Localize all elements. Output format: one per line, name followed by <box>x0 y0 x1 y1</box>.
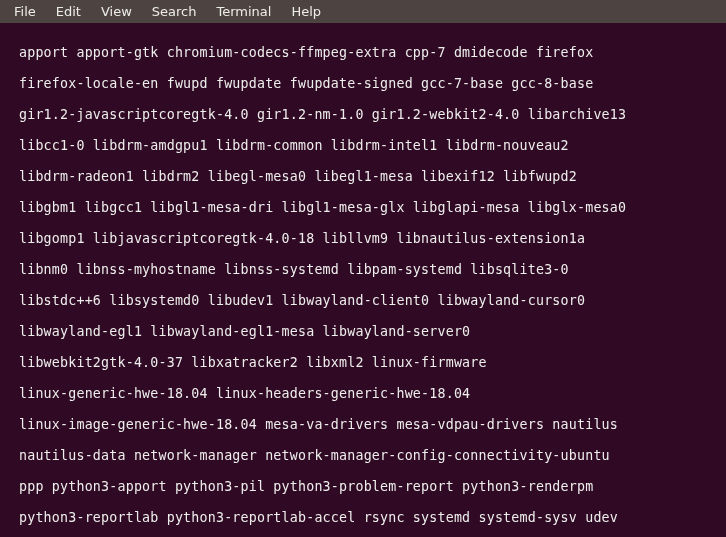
package-line: libdrm-radeon1 libdrm2 libegl-mesa0 libe… <box>4 169 722 185</box>
menu-bar: File Edit View Search Terminal Help <box>0 0 726 23</box>
package-line: libwebkit2gtk-4.0-37 libxatracker2 libxm… <box>4 355 722 371</box>
menu-edit[interactable]: Edit <box>48 1 89 23</box>
package-line: linux-image-generic-hwe-18.04 mesa-va-dr… <box>4 417 722 433</box>
menu-file[interactable]: File <box>6 1 44 23</box>
package-line: libgomp1 libjavascriptcoregtk-4.0-18 lib… <box>4 231 722 247</box>
package-line: libwayland-egl1 libwayland-egl1-mesa lib… <box>4 324 722 340</box>
terminal-output[interactable]: apport apport-gtk chromium-codecs-ffmpeg… <box>0 23 726 537</box>
menu-search[interactable]: Search <box>144 1 205 23</box>
package-line: apport apport-gtk chromium-codecs-ffmpeg… <box>4 45 722 61</box>
package-line: libgbm1 libgcc1 libgl1-mesa-dri libgl1-m… <box>4 200 722 216</box>
menu-view[interactable]: View <box>93 1 140 23</box>
menu-help[interactable]: Help <box>283 1 329 23</box>
package-line: linux-generic-hwe-18.04 linux-headers-ge… <box>4 386 722 402</box>
package-line: python3-reportlab python3-reportlab-acce… <box>4 510 722 526</box>
package-line: nautilus-data network-manager network-ma… <box>4 448 722 464</box>
package-line: firefox-locale-en fwupd fwupdate fwupdat… <box>4 76 722 92</box>
package-line: libcc1-0 libdrm-amdgpu1 libdrm-common li… <box>4 138 722 154</box>
menu-terminal[interactable]: Terminal <box>208 1 279 23</box>
package-line: ppp python3-apport python3-pil python3-p… <box>4 479 722 495</box>
package-line: libnm0 libnss-myhostname libnss-systemd … <box>4 262 722 278</box>
package-line: libstdc++6 libsystemd0 libudev1 libwayla… <box>4 293 722 309</box>
package-line: gir1.2-javascriptcoregtk-4.0 gir1.2-nm-1… <box>4 107 722 123</box>
